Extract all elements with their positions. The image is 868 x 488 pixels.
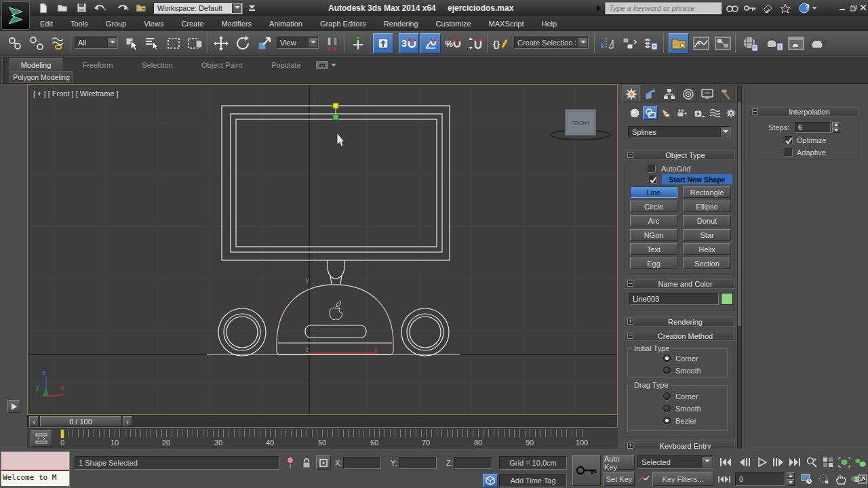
- ribbon-drag-handle[interactable]: [1, 58, 5, 83]
- steps-field[interactable]: 6: [795, 122, 831, 133]
- shape-button-egg[interactable]: Egg: [630, 258, 677, 269]
- drag-type-bezier-radio[interactable]: [663, 417, 671, 424]
- coordinate-system-dropdown[interactable]: View: [277, 37, 319, 49]
- time-configuration-button[interactable]: [799, 472, 815, 486]
- material-editor-icon[interactable]: [741, 34, 760, 53]
- object-color-swatch[interactable]: [721, 293, 733, 305]
- z-coord-field[interactable]: [454, 457, 492, 469]
- curve-editor-icon[interactable]: [692, 34, 711, 53]
- ribbon-tab-populate[interactable]: Populate: [260, 58, 312, 71]
- key-mode-toggle-button[interactable]: [716, 472, 732, 486]
- project-folder-icon[interactable]: [133, 1, 149, 15]
- autogrid-checkbox[interactable]: [648, 165, 656, 173]
- shape-button-line[interactable]: Line: [630, 186, 677, 198]
- create-selection-set-arrow-icon[interactable]: [578, 38, 587, 47]
- save-file-icon[interactable]: [73, 1, 90, 15]
- selection-lock-balloon-icon[interactable]: [283, 456, 297, 470]
- menu-animation[interactable]: Animation: [260, 20, 311, 28]
- scrollbar-thumb[interactable]: [738, 102, 741, 326]
- snap-toggle-3d-button[interactable]: 3: [399, 33, 419, 54]
- category-lights-icon[interactable]: [659, 106, 673, 120]
- shape-button-ellipse[interactable]: Ellipse: [683, 201, 731, 212]
- key-selection-filter-dropdown[interactable]: Selected: [637, 455, 713, 469]
- search-expand-icon[interactable]: [595, 4, 602, 12]
- select-by-name-icon[interactable]: [142, 34, 161, 53]
- select-and-manipulate-icon[interactable]: [349, 34, 368, 53]
- time-slider-prev-button[interactable]: ‹: [29, 416, 39, 426]
- menu-help[interactable]: Help: [533, 20, 566, 28]
- search-input[interactable]: [605, 2, 722, 14]
- spinner-snap-toggle-icon[interactable]: [465, 34, 484, 53]
- default-in-out-tangents-icon[interactable]: [636, 472, 651, 486]
- open-mini-curve-editor-button[interactable]: [7, 400, 20, 413]
- ribbon-tab-freeform[interactable]: Freeform: [71, 58, 125, 71]
- steps-spinner-up-icon[interactable]: [832, 122, 840, 127]
- category-geometry-icon[interactable]: [627, 106, 642, 120]
- menu-modifiers[interactable]: Modifiers: [212, 20, 260, 28]
- selection-filter-arrow-icon[interactable]: [107, 38, 117, 47]
- shape-button-donut[interactable]: Donut: [683, 215, 731, 226]
- mirror-icon[interactable]: [598, 34, 617, 53]
- set-key-button[interactable]: Set Key: [604, 472, 635, 486]
- name-color-rollout-header[interactable]: –Name and Color: [624, 279, 735, 289]
- current-frame-field[interactable]: 0: [735, 472, 785, 486]
- shape-category-arrow-icon[interactable]: [720, 127, 730, 137]
- ribbon-tab-object-paint[interactable]: Object Paint: [191, 58, 252, 71]
- category-systems-icon[interactable]: [724, 106, 738, 120]
- app-logo[interactable]: [1, 1, 30, 30]
- create-selection-set-dropdown[interactable]: Create Selection Set: [514, 37, 589, 49]
- tab-hierarchy[interactable]: [660, 85, 678, 102]
- zoom-region-all-icon[interactable]: [821, 455, 835, 469]
- workspace-dropdown[interactable]: Workspace: Default: [153, 2, 243, 14]
- zoom-time-icon[interactable]: [804, 455, 819, 469]
- steps-spinner[interactable]: [832, 122, 840, 133]
- drag-type-corner-radio[interactable]: [663, 392, 671, 400]
- mini-curve-editor-button[interactable]: [31, 430, 52, 447]
- interpolation-rollout-header[interactable]: –Interpolation: [749, 106, 859, 117]
- rendered-frame-window-icon[interactable]: [787, 34, 806, 53]
- tab-display[interactable]: [698, 85, 716, 102]
- zoom-extents-all-icon[interactable]: [853, 455, 868, 469]
- isolate-selection-toggle-button[interactable]: [483, 474, 498, 487]
- frame-spinner-down-icon[interactable]: [787, 479, 795, 486]
- start-new-shape-checkbox[interactable]: [649, 176, 657, 184]
- undo-icon[interactable]: [91, 1, 110, 15]
- render-production-icon[interactable]: [808, 34, 827, 53]
- scene-explorer-button[interactable]: [669, 33, 689, 54]
- time-slider-track[interactable]: ‹ 0 / 100 ›: [27, 415, 618, 428]
- listener-pink-pane[interactable]: [1, 452, 69, 471]
- track-bar[interactable]: 0 10 20 30 40 50 60 70 80 90 100: [27, 428, 618, 449]
- x-coord-field[interactable]: [343, 457, 381, 469]
- steps-spinner-down-icon[interactable]: [832, 127, 840, 133]
- align-icon[interactable]: [620, 34, 639, 53]
- use-pivot-point-center-icon[interactable]: [323, 34, 342, 53]
- key-filters-button[interactable]: Key Filters...: [652, 472, 713, 486]
- menu-group[interactable]: Group: [97, 20, 136, 28]
- listener-white-pane[interactable]: Welcome to M: [1, 471, 69, 486]
- menu-customize[interactable]: Customize: [427, 20, 480, 28]
- time-slider-block[interactable]: 0 / 100: [40, 416, 121, 426]
- frame-spinner-up-icon[interactable]: [787, 472, 795, 479]
- command-panel-scrollbar[interactable]: [737, 85, 742, 449]
- select-and-rotate-icon[interactable]: [233, 34, 252, 53]
- category-space-warps-icon[interactable]: [708, 106, 722, 120]
- shape-button-circle[interactable]: Circle: [630, 201, 677, 212]
- key-selection-filter-arrow-icon[interactable]: [701, 457, 712, 468]
- tab-motion[interactable]: [679, 85, 697, 102]
- unlink-selection-icon[interactable]: [27, 34, 46, 53]
- keyboard-shortcut-override-button[interactable]: [373, 33, 393, 54]
- rectangular-selection-region-icon[interactable]: [164, 34, 183, 53]
- open-file-icon[interactable]: [54, 1, 71, 15]
- select-object-icon[interactable]: [122, 34, 141, 53]
- go-to-start-button[interactable]: [717, 455, 734, 469]
- rendering-rollout-header[interactable]: +Rendering: [624, 317, 735, 327]
- menu-tools[interactable]: Tools: [62, 20, 97, 28]
- add-time-tag-button[interactable]: Add Time Tag: [499, 474, 567, 487]
- satellite-icon[interactable]: [760, 1, 776, 15]
- menu-edit[interactable]: Edit: [31, 20, 62, 28]
- track-bar-ruler[interactable]: [62, 429, 583, 437]
- adaptive-checkbox[interactable]: [785, 148, 793, 157]
- ribbon-panel-polygon-modeling[interactable]: Polygon Modeling: [9, 71, 73, 83]
- absolute-relative-toggle-button[interactable]: [316, 455, 331, 470]
- schematic-view-icon[interactable]: [713, 34, 732, 53]
